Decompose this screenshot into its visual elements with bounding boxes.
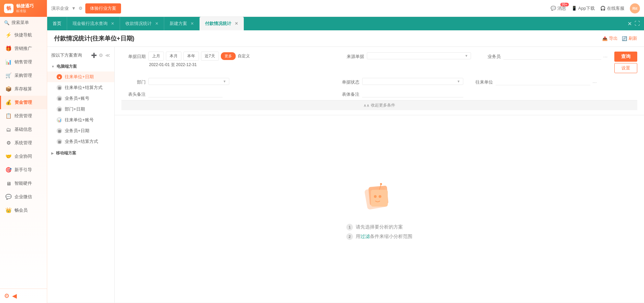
topbar-settings-icon[interactable]: ⚙ [79, 6, 83, 11]
date-btn-last-month[interactable]: 上月 [148, 52, 164, 61]
staff-more-icon[interactable]: … [601, 53, 608, 58]
refresh-button[interactable]: 🔄 刷新 [622, 35, 637, 41]
page-title: 付款情况统计(往来单位+日期) [54, 34, 135, 42]
date-label: 单据日期 [121, 52, 148, 60]
tab-new-scheme-close[interactable]: ✕ [191, 21, 194, 26]
close-all-tabs-icon[interactable]: ✕ [627, 21, 632, 27]
date-btn-this-year[interactable]: 本年 [183, 52, 199, 61]
staff-input[interactable] [503, 52, 601, 60]
sidebar-item-system[interactable]: ⚙ 系统管理 [0, 136, 47, 150]
app-download-label: App下载 [578, 5, 595, 11]
svg-point-6 [380, 183, 382, 185]
scheme-item-partner-date[interactable]: ● 往来单位+日期 [47, 71, 114, 82]
page-header: 付款情况统计(往来单位+日期) 📤 导出 🔄 刷新 [47, 30, 644, 47]
sidebar-item-hardware[interactable]: 🖥 智能硬件 [0, 177, 47, 190]
tab-home-label: 首页 [53, 21, 61, 27]
app-download-btn[interactable]: 📱 App下载 [572, 5, 595, 11]
sidebar-item-label: 销售管理 [14, 59, 32, 65]
tab-payment-stats-close[interactable]: ✕ [235, 21, 238, 26]
settings-scheme-icon[interactable]: ⚙ [99, 53, 103, 58]
query-button[interactable]: 查询 [614, 52, 637, 62]
sidebar-item-quick-nav[interactable]: ⚡ 快捷导航 [0, 28, 47, 42]
header-note-input[interactable] [148, 89, 223, 97]
tab-collection-stats-close[interactable]: ✕ [155, 21, 158, 26]
user-menu[interactable]: Rit [630, 3, 640, 13]
staff-label: 业务员 [476, 52, 503, 60]
sidebar-item-basic-info[interactable]: 🗂 基础信息 [0, 123, 47, 136]
source-dropdown-icon: ▼ [465, 54, 468, 58]
collapse-label: 收起更多条件 [371, 102, 395, 108]
scheme-item-dept-date[interactable]: ▦ 部门+日期 [47, 104, 114, 115]
sidebar-item-sales[interactable]: 📊 销售管理 [0, 55, 47, 69]
svg-point-4 [379, 195, 381, 198]
date-btn-last-7days[interactable]: 近7天 [201, 52, 219, 61]
tab-collection-stats[interactable]: 收款情况统计 ✕ [120, 17, 164, 30]
sidebar-item-operation[interactable]: 📋 经营管理 [0, 109, 47, 123]
date-btn-this-month[interactable]: 本月 [166, 52, 181, 61]
search-icon: 🔍 [4, 20, 9, 25]
sidebar-search[interactable]: 🔍 搜索菜单 [0, 17, 47, 28]
mobile-section-label: 移动端方案 [56, 150, 76, 156]
hardware-icon: 🖥 [5, 180, 12, 187]
topbar-left: 演示企业 ▼ ⚙ 体验行业方案 [51, 3, 548, 13]
export-label: 导出 [609, 35, 618, 41]
topbar-right: 💬 消息 99+ 📱 App下载 🎧 在线客服 Rit [551, 3, 640, 13]
body-note-input[interactable] [362, 89, 463, 97]
sidebar-item-member[interactable]: 👑 畅会员 [0, 204, 47, 217]
scheme-item-partner-payment[interactable]: ▦ 往来单位+结算方式 [47, 82, 114, 93]
scheme-item-staff-account[interactable]: ▦ 业务员+账号 [47, 93, 114, 104]
scheme-item-staff-date[interactable]: ▦ 业务员+日期 [47, 125, 114, 136]
scheme-item-staff-payment[interactable]: ▦ 业务员+结算方式 [47, 136, 114, 147]
online-service-btn[interactable]: 🎧 在线客服 [600, 5, 624, 11]
sidebar-item-guide[interactable]: 🎯 新手引导 [0, 163, 47, 177]
page-actions: 📤 导出 🔄 刷新 [602, 35, 637, 41]
sidebar: 畅 畅捷通巧 标准版 🔍 搜索菜单 ⚡ 快捷导航 🎁 营销推广 📊 销售管理 🛒… [0, 0, 47, 303]
dept-select[interactable]: ▼ [148, 78, 229, 85]
sidebar-item-marketing[interactable]: 🎁 营销推广 [0, 42, 47, 55]
scheme-active-icon: ● [57, 74, 62, 80]
sidebar-item-purchase[interactable]: 🛒 采购管理 [0, 69, 47, 82]
empty-state: 1 请先选择要分析的方案 2 用过滤条件来缩小分析范围 [115, 115, 644, 303]
date-btn-more[interactable]: 更多 [221, 52, 236, 60]
trial-button[interactable]: 体验行业方案 [85, 3, 121, 13]
scheme-item-label: 往来单位+结算方式 [65, 85, 103, 91]
scheme-item-label: 往来单位+账号 [65, 117, 94, 123]
content-wrapper: 按以下方案查询 ➕ ⚙ ≪ ▼ 电脑端方案 ● 往来单位+日期 [47, 47, 644, 303]
online-service-label: 在线客服 [607, 5, 624, 11]
settings-button[interactable]: 设置 [614, 63, 637, 73]
system-icon: ⚙ [5, 140, 12, 146]
doc-status-label: 单据状态 [335, 77, 362, 85]
partner-more-icon[interactable]: … [590, 79, 597, 84]
desktop-section-header[interactable]: ▼ 电脑端方案 [47, 62, 114, 71]
tab-cash-flow[interactable]: 现金银行流水查询 ✕ [67, 17, 120, 30]
mobile-section-header[interactable]: ▶ 移动端方案 [47, 148, 114, 158]
collapse-scheme-icon[interactable]: ≪ [105, 53, 110, 58]
tab-home[interactable]: 首页 [47, 17, 67, 30]
sidebar-brand: 畅捷通巧 [16, 3, 34, 9]
scheme-panel-title: 按以下方案查询 [51, 52, 82, 58]
partner-input[interactable] [496, 77, 590, 85]
source-select[interactable]: ▼ [367, 52, 471, 59]
tab-cash-flow-close[interactable]: ✕ [111, 21, 114, 26]
sidebar-item-label: 快捷导航 [14, 32, 32, 38]
scheme-item-partner-account[interactable]: 📊 往来单位+账号 [47, 115, 114, 125]
doc-status-select[interactable]: ▼ [362, 78, 463, 85]
export-button[interactable]: 📤 导出 [602, 35, 618, 41]
sidebar-item-enterprise[interactable]: 🤝 企业协同 [0, 150, 47, 163]
collapse-sidebar-icon[interactable]: ◀ [12, 292, 17, 300]
purchase-icon: 🛒 [5, 72, 12, 79]
settings-footer-icon[interactable]: ⚙ [4, 292, 9, 300]
scheme-item-label: 业务员+结算方式 [65, 139, 98, 145]
maximize-icon[interactable]: ⛶ [635, 21, 640, 27]
tab-payment-stats[interactable]: 付款情况统计 ✕ [200, 17, 244, 30]
sidebar-item-inventory[interactable]: 📦 库存核算 [0, 82, 47, 96]
sidebar-item-wechat[interactable]: 💬 企业微信 [0, 190, 47, 204]
desktop-section: ▼ 电脑端方案 ● 往来单位+日期 ▦ 往来单位+结算方式 ▦ 业务员+账号 [47, 62, 114, 147]
sidebar-logo: 畅 [4, 4, 13, 13]
messages-btn[interactable]: 💬 消息 99+ [551, 5, 566, 11]
collapse-button[interactable]: ∧∧ 收起更多条件 [121, 100, 637, 110]
add-scheme-icon[interactable]: ➕ [91, 53, 97, 58]
tab-new-scheme[interactable]: 新建方案 ✕ [164, 17, 200, 30]
sidebar-item-fund[interactable]: 💰 资金管理 [0, 96, 47, 109]
company-selector[interactable]: 演示企业 [51, 5, 69, 11]
